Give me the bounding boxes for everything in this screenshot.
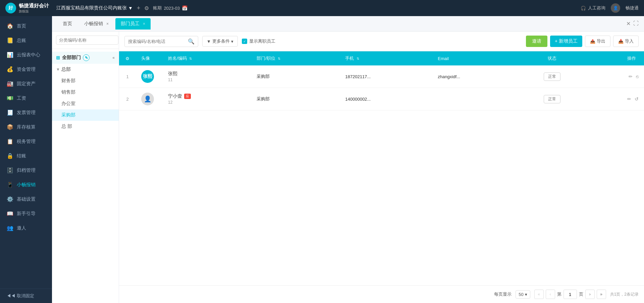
sidebar-item-guide[interactable]: 📖 新手引导 bbox=[0, 206, 52, 221]
sidebar-item-reports[interactable]: 📊 云报表中心 bbox=[0, 48, 52, 62]
dept-item-purchase[interactable]: 采购部 bbox=[52, 109, 119, 121]
sidebar-item-inventory[interactable]: 📦 库存核算 bbox=[0, 120, 52, 134]
cell-no: 1 bbox=[119, 65, 136, 88]
sidebar-item-invoice[interactable]: 🧾 发票管理 bbox=[0, 105, 52, 120]
sidebar-label-ledger: 总账 bbox=[17, 38, 26, 44]
home-icon: 🏠 bbox=[7, 23, 13, 29]
cell-name-code: 宁小壹应12 bbox=[163, 88, 251, 110]
expand-icon[interactable]: ⛶ bbox=[633, 20, 639, 27]
dept-item-sales[interactable]: 销售部 bbox=[52, 87, 119, 98]
logout-button[interactable]: ⎋ bbox=[636, 74, 639, 79]
expand-arrow: ▼ bbox=[56, 67, 60, 72]
prev-page-btn[interactable]: ‹ bbox=[546, 290, 555, 299]
action-buttons: ✏⎋ bbox=[593, 74, 639, 79]
invite-button[interactable]: 邀请 bbox=[526, 36, 547, 47]
export-button[interactable]: 📤 导出 bbox=[585, 36, 610, 47]
sidebar-item-tax[interactable]: 📋 税务管理 bbox=[0, 134, 52, 149]
first-page-btn[interactable]: « bbox=[534, 290, 544, 299]
col-dept-pos[interactable]: 部门/职位 ⇅ bbox=[251, 51, 340, 65]
search-box[interactable]: 🔍 bbox=[124, 36, 198, 47]
status-badge: 正常 bbox=[544, 72, 560, 81]
close-tab-icon[interactable]: ✕ bbox=[626, 20, 631, 27]
settings-icon: ⚙️ bbox=[7, 196, 13, 202]
dept-parent-zongbu[interactable]: ▼ 总部 bbox=[52, 64, 119, 75]
closing-icon: 🔒 bbox=[7, 153, 13, 159]
sidebar-label-settings: 基础设置 bbox=[17, 196, 36, 202]
tab-close-expense[interactable]: × bbox=[106, 21, 109, 26]
cell-actions: ✏⎋ bbox=[587, 65, 644, 88]
table-row: 1张熙张熙11采购部187202117...zhangxidf...正常✏⎋ bbox=[119, 65, 644, 88]
company-selector[interactable]: 江西服宝精品有限责任公司内账张 ▼ bbox=[56, 5, 133, 11]
sort-icon-phone: ⇅ bbox=[357, 57, 359, 60]
sidebar-label-inventory: 库存核算 bbox=[17, 124, 36, 130]
per-page-dropdown-icon: ▾ bbox=[525, 292, 527, 297]
add-employee-button[interactable]: + 新增员工 bbox=[550, 36, 582, 47]
employee-table-wrapper: ⚙ 头像 姓名/编码 ⇅ 部门/职位 bbox=[119, 51, 644, 285]
sidebar-item-payroll[interactable]: 💵 工资 bbox=[0, 91, 52, 105]
dept-edit-badge[interactable]: ✎ bbox=[83, 54, 90, 61]
tab-dept-employee[interactable]: 部门员工 × bbox=[115, 18, 151, 30]
show-resigned-checkbox[interactable]: ✓ bbox=[242, 39, 247, 44]
sidebar-item-closing[interactable]: 🔒 结账 bbox=[0, 149, 52, 163]
col-phone[interactable]: 手机 ⇅ bbox=[340, 51, 432, 65]
page-input-area: 第 页 bbox=[557, 290, 583, 299]
dept-item-finance[interactable]: 财务部 bbox=[52, 75, 119, 87]
last-page-btn[interactable]: » bbox=[597, 290, 606, 299]
sidebar-label-home: 首页 bbox=[17, 23, 26, 29]
col-name-code[interactable]: 姓名/编码 ⇅ bbox=[163, 51, 251, 65]
sidebar-item-settings[interactable]: ⚙️ 基础设置 bbox=[0, 192, 52, 206]
tab-close-dept[interactable]: × bbox=[143, 21, 145, 26]
per-page-select[interactable]: 50 ▾ bbox=[516, 290, 530, 299]
period-selector[interactable]: 账期 2023-03 📅 bbox=[153, 5, 187, 11]
cell-status: 正常 bbox=[517, 65, 587, 88]
toolbar: 🔍 ▼ 更多条件 ▾ ✓ 显示离职员工 邀请 bbox=[119, 32, 644, 51]
next-page-btn[interactable]: › bbox=[585, 290, 595, 299]
sidebar-item-ledger[interactable]: 📒 总账 bbox=[0, 33, 52, 48]
main-layout: 🏠 首页 📒 总账 📊 云报表中心 💰 资金管理 🏭 固定资产 💵 工资 🧾 发… bbox=[0, 16, 644, 303]
sidebar-label-closing: 结账 bbox=[17, 153, 26, 159]
edit-button[interactable]: ✏ bbox=[629, 74, 633, 79]
avatar: 张熙 bbox=[141, 70, 154, 83]
service-btn[interactable]: 🎧 人工咨询 bbox=[581, 5, 605, 11]
page-input[interactable] bbox=[564, 290, 577, 299]
import-button[interactable]: 📥 导入 bbox=[613, 36, 639, 47]
topbar-settings-icon[interactable]: ⚙ bbox=[144, 5, 149, 11]
dept-all-header[interactable]: ⊞ 全部部门 ✎ « bbox=[52, 52, 119, 64]
dept-collapse-icon[interactable]: « bbox=[112, 55, 115, 60]
tab-expense[interactable]: 小畅报销 × bbox=[79, 18, 114, 30]
sidebar-item-archive[interactable]: 🗄️ 归档管理 bbox=[0, 163, 52, 178]
topbar-add-icon[interactable]: + bbox=[137, 5, 141, 12]
logo: 好 畅捷通好会计 旗舰版 bbox=[5, 3, 52, 14]
logo-sub: 旗舰版 bbox=[19, 9, 49, 14]
sidebar-item-assets[interactable]: 🏭 固定资产 bbox=[0, 77, 52, 91]
filter-btn[interactable]: ▼ 更多条件 ▾ bbox=[202, 36, 238, 47]
show-resigned-toggle[interactable]: ✓ 显示离职员工 bbox=[242, 38, 275, 44]
sidebar-item-home[interactable]: 🏠 首页 bbox=[0, 19, 52, 33]
col-settings[interactable]: ⚙ bbox=[119, 51, 136, 65]
edit-button[interactable]: ✏ bbox=[627, 96, 631, 102]
sidebar-item-expense[interactable]: 📱 小畅报销 bbox=[0, 178, 52, 192]
dept-tree: ⊞ 全部部门 ✎ « ▼ 总部 财务部 销售部 bbox=[52, 49, 119, 303]
tab-home[interactable]: 首页 bbox=[57, 18, 77, 30]
employee-table: ⚙ 头像 姓名/编码 ⇅ 部门/职位 bbox=[119, 51, 644, 110]
search-icon[interactable]: 🔍 bbox=[188, 38, 195, 45]
delete-button[interactable]: ↺ bbox=[635, 96, 639, 102]
filter-icon: ▼ bbox=[207, 39, 211, 44]
sidebar-item-invite-users[interactable]: 👥 邀人 bbox=[0, 221, 52, 235]
sidebar-label-invoice: 发票管理 bbox=[17, 110, 36, 116]
col-avatar: 头像 bbox=[136, 51, 163, 65]
sidebar-label-invite: 邀人 bbox=[17, 225, 26, 231]
sidebar-label-reports: 云报表中心 bbox=[17, 52, 40, 58]
sidebar-item-funds[interactable]: 💰 资金管理 bbox=[0, 62, 52, 77]
cell-actions: ✏↺ bbox=[587, 88, 644, 110]
dept-search-input[interactable] bbox=[56, 36, 118, 45]
username: 畅捷通 bbox=[626, 5, 639, 11]
avatar[interactable]: 👤 bbox=[611, 3, 620, 13]
dept-item-hq[interactable]: 总 部 bbox=[52, 121, 119, 132]
search-input[interactable] bbox=[128, 39, 186, 44]
sidebar-label-payroll: 工资 bbox=[17, 95, 26, 101]
invite-icon: 👥 bbox=[7, 225, 13, 231]
cell-dept-pos: 采购部 bbox=[251, 65, 340, 88]
dept-item-office[interactable]: 办公室 bbox=[52, 98, 119, 109]
cancel-fixed-btn[interactable]: ◀◀ 取消固定 bbox=[0, 289, 52, 303]
